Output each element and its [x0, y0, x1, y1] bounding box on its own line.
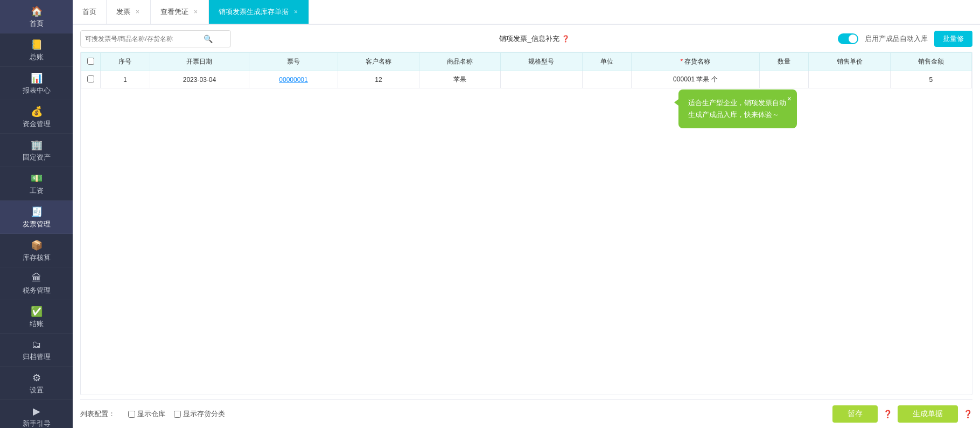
tab-sales-invoice[interactable]: 销项发票生成库存单据 × [209, 0, 309, 24]
sidebar-item-label: 固定资产 [23, 153, 51, 162]
tab-sales-invoice-label: 销项发票生成库存单据 [219, 7, 289, 17]
row-checkbox[interactable] [87, 75, 94, 82]
header-amount: 销售金额 [890, 53, 971, 71]
generate-button[interactable]: 生成单据 [898, 405, 958, 423]
sidebar-item-archive[interactable]: 🗂 归档管理 [0, 334, 73, 367]
inventory-icon: 📦 [31, 239, 43, 251]
generate-help-icon[interactable]: ❓ [963, 410, 972, 418]
table-header-row: 序号 开票日期 票号 客户名称 商品名称 规格型号 单位 存货名称 数量 销售单… [81, 53, 972, 71]
sidebar-item-inventory[interactable]: 📦 库存核算 [0, 234, 73, 267]
sidebar-item-label: 报表中心 [23, 86, 51, 95]
header-checkbox-cell [81, 53, 101, 71]
data-table: 序号 开票日期 票号 客户名称 商品名称 规格型号 单位 存货名称 数量 销售单… [81, 52, 972, 88]
toggle-label: 启用产成品自动入库 [865, 34, 928, 44]
select-all-checkbox[interactable] [87, 58, 94, 65]
show-warehouse-label[interactable]: 显示仓库 [128, 409, 165, 419]
sidebar-item-label: 设置 [30, 385, 44, 395]
tab-sales-invoice-close[interactable]: × [293, 8, 299, 16]
row-inventory-name: 000001 苹果 个 [632, 71, 759, 88]
row-ticket-no: 00000001 [249, 71, 338, 88]
table-row: 1 2023-03-04 00000001 12 苹果 000001 苹果 个 … [81, 71, 972, 88]
tab-voucher-label: 查看凭证 [160, 7, 188, 17]
show-inventory-cat-checkbox[interactable] [174, 411, 181, 418]
row-unit-price [809, 71, 890, 88]
tab-bar: 首页 发票 × 查看凭证 × 销项发票生成库存单据 × [73, 0, 980, 25]
header-quantity: 数量 [759, 53, 809, 71]
main-content: 首页 发票 × 查看凭证 × 销项发票生成库存单据 × 🔍 销项发票_信息补充 … [73, 0, 980, 428]
toolbar-row: 🔍 销项发票_信息补充 ❓ 启用产成品自动入库 批量修 [80, 30, 972, 47]
header-date: 开票日期 [150, 53, 249, 71]
invoice-icon: 🧾 [31, 206, 43, 218]
closing-icon: ✅ [31, 306, 43, 317]
show-inventory-cat-text: 显示存货分类 [183, 409, 225, 419]
sidebar-item-assets[interactable]: 🏢 固定资产 [0, 134, 73, 167]
sidebar-item-salary[interactable]: 💵 工资 [0, 167, 73, 201]
sidebar-item-invoice[interactable]: 🧾 发票管理 [0, 201, 73, 234]
sidebar-item-reports[interactable]: 📊 报表中心 [0, 67, 73, 100]
search-icon: 🔍 [204, 34, 213, 43]
page-content: 🔍 销项发票_信息补充 ❓ 启用产成品自动入库 批量修 [73, 25, 980, 428]
sidebar: 🏠 首页 📒 总账 📊 报表中心 💰 资金管理 🏢 固定资产 💵 工资 🧾 发票… [0, 0, 73, 428]
tab-invoice[interactable]: 发票 × [107, 0, 151, 24]
header-inventory-name: 存货名称 [632, 53, 759, 71]
tax-icon: 🏛 [32, 273, 41, 284]
sidebar-item-label: 归档管理 [23, 352, 51, 362]
info-help-icon[interactable]: ❓ [562, 35, 570, 43]
header-unit: 单位 [582, 53, 632, 71]
show-inventory-cat-label[interactable]: 显示存货分类 [174, 409, 225, 419]
batch-modify-button[interactable]: 批量修 [934, 31, 972, 47]
sidebar-item-home[interactable]: 🏠 首页 [0, 0, 73, 33]
sidebar-item-settings[interactable]: ⚙ 设置 [0, 367, 73, 400]
row-date: 2023-03-04 [150, 71, 249, 88]
ledger-icon: 📒 [31, 39, 43, 51]
tab-voucher-close[interactable]: × [193, 8, 199, 16]
tooltip-bubble: × 适合生产型企业，销项发票自动生成产成品入库，快来体验～ [678, 89, 797, 128]
search-input[interactable] [85, 35, 204, 43]
archive-icon: 🗂 [32, 339, 41, 350]
row-checkbox-cell [81, 71, 101, 88]
home-icon: 🏠 [31, 5, 43, 17]
row-product-name: 苹果 [419, 71, 501, 88]
sidebar-item-label: 结账 [30, 319, 44, 329]
header-product-name: 商品名称 [419, 53, 501, 71]
tooltip-text: 适合生产型企业，销项发票自动生成产成品入库，快来体验～ [688, 99, 786, 119]
assets-icon: 🏢 [31, 139, 43, 151]
tab-invoice-close[interactable]: × [135, 8, 141, 16]
salary-icon: 💵 [31, 172, 43, 184]
row-customer: 12 [338, 71, 419, 88]
sidebar-item-label: 新手引导 [23, 419, 51, 428]
show-warehouse-checkbox[interactable] [128, 411, 135, 418]
sidebar-item-label: 总账 [30, 52, 44, 62]
sidebar-item-closing[interactable]: ✅ 结账 [0, 300, 73, 334]
row-unit [582, 71, 632, 88]
funds-icon: 💰 [31, 106, 43, 118]
sidebar-item-label: 税务管理 [23, 286, 51, 295]
tab-home[interactable]: 首页 [73, 0, 107, 24]
sidebar-item-label: 首页 [30, 19, 44, 29]
sidebar-item-label: 工资 [30, 186, 44, 196]
sidebar-item-label: 库存核算 [23, 253, 51, 263]
right-toolbar: 启用产成品自动入库 批量修 [838, 31, 972, 47]
header-seq: 序号 [101, 53, 150, 71]
row-amount: 5 [890, 71, 971, 88]
sidebar-item-ledger[interactable]: 📒 总账 [0, 33, 73, 67]
data-table-wrapper: 序号 开票日期 票号 客户名称 商品名称 规格型号 单位 存货名称 数量 销售单… [80, 52, 972, 395]
table-body: 1 2023-03-04 00000001 12 苹果 000001 苹果 个 … [81, 71, 972, 88]
tooltip-close-icon[interactable]: × [787, 93, 792, 106]
sidebar-item-tax[interactable]: 🏛 税务管理 [0, 267, 73, 300]
save-button[interactable]: 暂存 [832, 405, 878, 423]
row-seq: 1 [101, 71, 150, 88]
sidebar-item-label: 发票管理 [23, 219, 51, 229]
tab-home-label: 首页 [82, 7, 96, 17]
search-box[interactable]: 🔍 [80, 30, 231, 47]
auto-warehouse-toggle[interactable] [838, 33, 858, 44]
ticket-no-link[interactable]: 00000001 [279, 76, 307, 84]
sidebar-item-funds[interactable]: 💰 资金管理 [0, 100, 73, 134]
row-quantity [759, 71, 809, 88]
header-unit-price: 销售单价 [809, 53, 890, 71]
sidebar-item-guide[interactable]: ▶ 新手引导 [0, 400, 73, 428]
save-help-icon[interactable]: ❓ [883, 410, 892, 418]
tab-voucher[interactable]: 查看凭证 × [151, 0, 209, 24]
header-spec: 规格型号 [501, 53, 582, 71]
guide-icon: ▶ [33, 405, 40, 417]
